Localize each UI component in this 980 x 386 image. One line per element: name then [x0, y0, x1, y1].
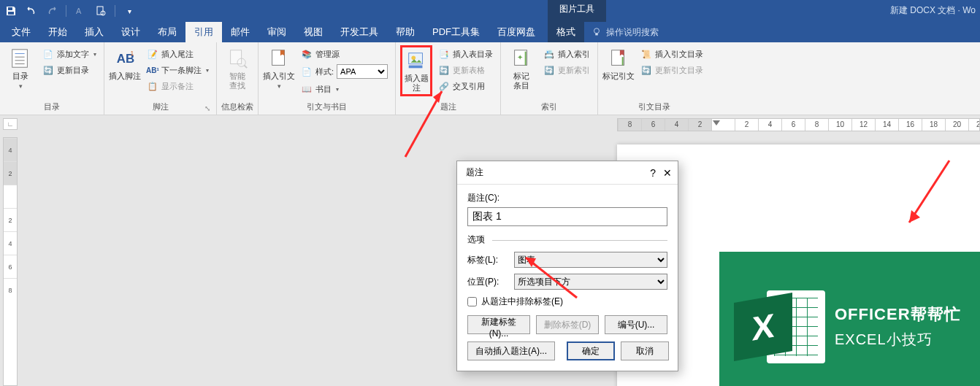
group-research: 智能查找 信息检索 — [217, 42, 259, 115]
svg-text:A: A — [76, 7, 82, 15]
next-footnote-button[interactable]: AB¹下一条脚注▾ — [144, 63, 212, 77]
group-label-research: 信息检索 — [221, 100, 253, 115]
ruler-tick: 4 — [4, 231, 17, 255]
auto-caption-button[interactable]: 自动插入题注(A)... — [467, 341, 555, 360]
group-citation: 插入引文▾ 📚管理源 📄 样式: APA 📖书目▾ 引文与书目 — [259, 42, 396, 115]
help-icon[interactable]: ? — [650, 167, 656, 179]
label-select[interactable]: 图表 — [514, 252, 667, 268]
show-notes-icon: 📋 — [147, 80, 158, 92]
svg-point-19 — [412, 55, 416, 60]
cancel-button[interactable]: 取消 — [621, 341, 669, 360]
inserted-image[interactable]: X OFFICER帮帮忙 EXCEL小技巧 — [719, 252, 980, 386]
save-icon[interactable] — [3, 3, 19, 19]
insert-endnote-button[interactable]: 📝插入尾注 — [144, 47, 212, 61]
position-select[interactable]: 所选项目下方 — [514, 274, 667, 290]
ruler-tick: 2 — [688, 119, 711, 131]
delete-label-button[interactable]: 删除标签(D) — [536, 315, 599, 334]
image-text: OFFICER帮帮忙 EXCEL小技巧 — [835, 304, 961, 350]
smart-lookup-button[interactable]: 智能查找 — [221, 45, 253, 90]
print-preview-icon[interactable] — [93, 3, 109, 19]
ruler-tick: 4 — [4, 138, 17, 161]
toc-button[interactable]: 目录▾ — [4, 45, 37, 91]
insert-caption-button[interactable]: 插入题注 — [400, 45, 432, 96]
next-footnote-icon: AB¹ — [147, 64, 158, 76]
group-label-toa: 引文目录 — [602, 100, 706, 115]
group-toc: 目录▾ 📄添加文字▾ 🔄更新目录 目录 — [0, 42, 104, 115]
mark-entry-button[interactable]: ✦ 标记条目 — [505, 45, 537, 90]
insert-toa-button[interactable]: 📜插入引文目录 — [638, 47, 706, 61]
tab-baidu[interactable]: 百度网盘 — [489, 22, 544, 42]
tab-home[interactable]: 开始 — [39, 22, 76, 42]
update-toa-icon: 🔄 — [640, 64, 652, 76]
mark-citation-button[interactable]: 标记引文 — [602, 45, 635, 81]
insert-index-button[interactable]: 📇插入索引 — [540, 47, 593, 61]
tab-review[interactable]: 审阅 — [259, 22, 295, 42]
excel-logo-icon: X — [734, 283, 822, 371]
label-label: 标签(L): — [467, 254, 508, 266]
undo-icon[interactable] — [23, 3, 39, 19]
dialog-launcher-icon[interactable]: ⤡ — [203, 104, 212, 113]
group-label-citation: 引文与书目 — [263, 100, 391, 115]
add-text-button[interactable]: 📄添加文字▾ — [39, 47, 99, 61]
ruler-tick: 22 — [968, 119, 980, 131]
ruler-tick: 8 — [4, 278, 17, 301]
title-bar: A ▾ 图片工具 新建 DOCX 文档 · Wo — [0, 0, 980, 22]
tab-mailings[interactable]: 邮件 — [222, 22, 259, 42]
tab-format[interactable]: 格式 — [548, 22, 584, 42]
ruler-corner: ∟ — [3, 118, 18, 130]
ok-button[interactable]: 确定 — [567, 341, 615, 360]
dialog-titlebar[interactable]: 题注 ? ✕ — [457, 161, 678, 185]
citation-style-select[interactable]: APA — [337, 64, 388, 79]
update-tof-button[interactable]: 🔄更新表格 — [435, 63, 496, 77]
indent-marker-icon[interactable] — [713, 120, 720, 126]
biblio-icon: 📖 — [301, 83, 313, 95]
exclude-label-checkbox[interactable] — [467, 297, 477, 306]
tell-me-search[interactable]: 操作说明搜索 — [584, 22, 666, 42]
insert-tof-button[interactable]: 📑插入表目录 — [435, 47, 496, 61]
ruler-tick: 8 — [618, 119, 641, 131]
update-toa-button[interactable]: 🔄更新引文目录 — [638, 63, 706, 77]
ruler-tick: 10 — [828, 119, 851, 131]
numbering-button[interactable]: 编号(U)... — [605, 315, 667, 334]
tab-insert[interactable]: 插入 — [76, 22, 112, 42]
tab-file[interactable]: 文件 — [3, 22, 39, 42]
update-toc-button[interactable]: 🔄更新目录 — [39, 63, 99, 77]
ruler-horizontal[interactable]: 8 6 4 2 2 4 6 8 10 12 14 16 18 20 22 — [617, 118, 980, 131]
ribbon: 目录▾ 📄添加文字▾ 🔄更新目录 目录 AB1 插入脚注 📝插入尾注 AB¹下一… — [0, 42, 980, 115]
insert-index-icon: 📇 — [543, 48, 555, 60]
ruler-tick: 18 — [922, 119, 945, 131]
svg-rect-1 — [8, 12, 14, 15]
ruler-tick: 4 — [665, 119, 688, 131]
qat-customize-icon[interactable]: ▾ — [121, 3, 137, 19]
tab-references[interactable]: 引用 — [185, 22, 222, 42]
insert-footnote-button[interactable]: AB1 插入脚注 — [109, 45, 141, 81]
ribbon-tabs: 文件 开始 插入 设计 布局 引用 邮件 审阅 视图 开发工具 帮助 PDF工具… — [0, 22, 980, 42]
crossref-icon: 🔗 — [438, 80, 450, 92]
bibliography-button[interactable]: 📖书目▾ — [298, 82, 391, 96]
tab-view[interactable]: 视图 — [295, 22, 332, 42]
insert-citation-button[interactable]: 插入引文▾ — [263, 45, 295, 91]
svg-rect-20 — [409, 66, 423, 69]
tab-design[interactable]: 设计 — [112, 22, 149, 42]
cross-reference-button[interactable]: 🔗交叉引用 — [435, 79, 496, 93]
contextual-tab-header: 图片工具 — [548, 0, 606, 22]
ruler-vertical[interactable]: 4 2 2 4 6 8 — [3, 137, 18, 386]
svg-text:1: 1 — [131, 50, 134, 57]
caption-input[interactable] — [467, 207, 667, 226]
tab-pdf[interactable]: PDF工具集 — [424, 22, 489, 42]
redo-icon[interactable] — [44, 3, 60, 19]
show-notes-button[interactable]: 📋显示备注 — [144, 79, 212, 93]
manage-sources-button[interactable]: 📚管理源 — [298, 47, 391, 61]
position-label: 位置(P): — [467, 276, 508, 288]
new-label-button[interactable]: 新建标签(N)... — [467, 315, 530, 334]
manage-sources-icon: 📚 — [301, 48, 313, 60]
tab-layout[interactable]: 布局 — [149, 22, 185, 42]
update-index-button[interactable]: 🔄更新索引 — [540, 63, 593, 77]
tab-developer[interactable]: 开发工具 — [332, 22, 387, 42]
font-size-icon[interactable]: A — [72, 3, 88, 19]
tab-help[interactable]: 帮助 — [387, 22, 424, 42]
ruler-tick: 12 — [851, 119, 875, 131]
options-label: 选项 — [467, 233, 667, 246]
close-icon[interactable]: ✕ — [663, 167, 672, 179]
ruler-tick — [4, 185, 17, 208]
